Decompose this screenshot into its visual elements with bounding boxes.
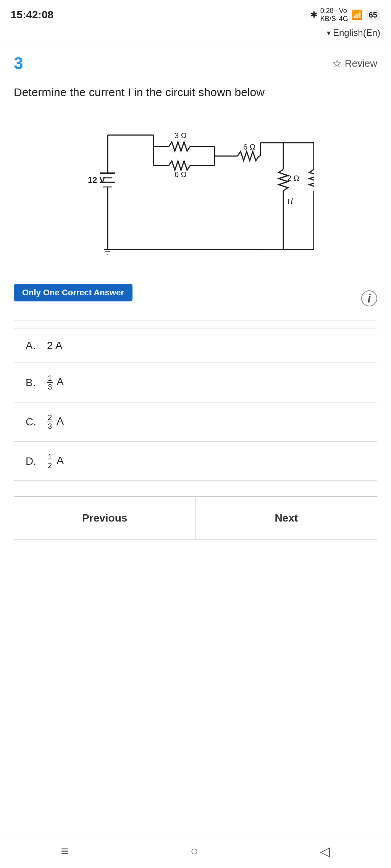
svg-text:6 Ω: 6 Ω bbox=[243, 143, 255, 151]
answer-type-badge: Only One Correct Answer bbox=[14, 284, 132, 301]
network-icon: Vo4G bbox=[339, 7, 348, 23]
option-b-text: 1 3 A bbox=[47, 374, 64, 391]
review-label: Review bbox=[345, 58, 377, 69]
previous-button[interactable]: Previous bbox=[14, 496, 196, 540]
language-selector[interactable]: ▾ English(En) bbox=[327, 27, 380, 38]
circuit-svg: 12 V 3 Ω 6 Ω bbox=[77, 112, 314, 272]
bluetooth-icon: ✱ bbox=[310, 10, 317, 20]
main-content: 3 ☆ Review Determine the current I in th… bbox=[0, 42, 391, 540]
star-icon: ☆ bbox=[332, 57, 342, 70]
answer-options: A. 2 A B. 1 3 A C. 2 3 A bbox=[14, 329, 377, 481]
nav-buttons: Previous Next bbox=[14, 496, 377, 540]
data-speed: 0.28KB/S bbox=[320, 7, 336, 23]
status-time: 15:42:08 bbox=[11, 9, 53, 21]
option-b-label: B. bbox=[26, 377, 39, 389]
svg-text:12 V: 12 V bbox=[88, 175, 105, 185]
home-icon[interactable]: ○ bbox=[191, 844, 199, 858]
review-button[interactable]: ☆ Review bbox=[332, 57, 377, 70]
option-d[interactable]: D. 1 2 A bbox=[14, 441, 377, 481]
bottom-nav-bar: ≡ ○ ◁ bbox=[0, 834, 391, 868]
svg-text:6 Ω: 6 Ω bbox=[174, 170, 187, 179]
fraction-d: 1 2 bbox=[47, 453, 53, 470]
battery-indicator: 65 bbox=[366, 10, 380, 20]
info-row: Only One Correct Answer i bbox=[14, 284, 377, 313]
option-a[interactable]: A. 2 A bbox=[14, 329, 377, 363]
back-icon[interactable]: ◁ bbox=[320, 844, 330, 859]
divider bbox=[14, 320, 377, 321]
status-icons: ✱ 0.28KB/S Vo4G 📶 65 bbox=[310, 7, 380, 23]
svg-text:↓I: ↓I bbox=[286, 196, 293, 206]
circuit-diagram: 12 V 3 Ω 6 Ω bbox=[14, 112, 377, 272]
info-icon[interactable]: i bbox=[361, 290, 377, 306]
question-text: Determine the current I in the circuit s… bbox=[14, 84, 377, 101]
fraction-b: 1 3 bbox=[47, 374, 53, 391]
option-d-text: 1 2 A bbox=[47, 453, 64, 470]
fraction-c: 2 3 bbox=[47, 413, 53, 430]
question-header: 3 ☆ Review bbox=[14, 54, 377, 73]
option-b[interactable]: B. 1 3 A bbox=[14, 363, 377, 402]
language-label: English(En) bbox=[333, 27, 380, 38]
status-bar: 15:42:08 ✱ 0.28KB/S Vo4G 📶 65 bbox=[0, 0, 391, 26]
menu-icon[interactable]: ≡ bbox=[61, 844, 69, 858]
question-number: 3 bbox=[14, 54, 23, 73]
answer-badge-label: Only One Correct Answer bbox=[22, 288, 124, 298]
option-c-text: 2 3 A bbox=[47, 413, 64, 430]
option-a-label: A. bbox=[26, 340, 39, 352]
option-c-label: C. bbox=[26, 416, 39, 428]
next-button[interactable]: Next bbox=[196, 496, 378, 540]
option-d-label: D. bbox=[26, 455, 39, 467]
option-a-text: 2 A bbox=[47, 340, 62, 352]
language-bar[interactable]: ▾ English(En) bbox=[0, 26, 391, 42]
svg-text:2 Ω: 2 Ω bbox=[287, 174, 299, 182]
option-c[interactable]: C. 2 3 A bbox=[14, 402, 377, 441]
chevron-down-icon: ▾ bbox=[327, 28, 331, 37]
svg-text:3 Ω: 3 Ω bbox=[174, 131, 187, 140]
signal-icon: 📶 bbox=[351, 10, 363, 20]
